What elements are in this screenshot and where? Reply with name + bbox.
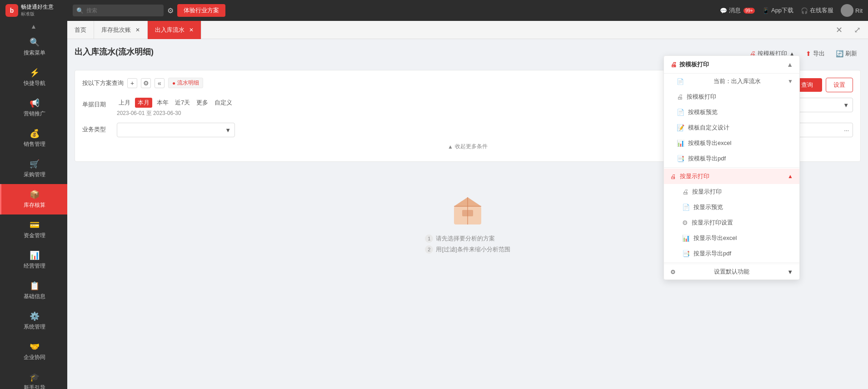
dp-display-item-label: 按显示预览 [693, 203, 723, 211]
dp-display-section-header[interactable]: 🖨 按显示打印 ▲ [664, 169, 799, 184]
print-dropdown-panel: 🖨 按模板打印 ▲ 📄 当前：出入库流水 ▼ 🖨按模板打印📄按模板预览📝模板自定… [663, 55, 800, 280]
date-filter-group: 上月本月本年近7天更多自定义 2023-06-01 至 2023-06-30 [117, 98, 234, 117]
finance-icon: 💳 [30, 220, 40, 230]
dp-display-item-按显示导出pdf[interactable]: 📑按显示导出pdf [664, 246, 799, 261]
sidebar-item-search[interactable]: 🔍搜索菜单 [0, 32, 67, 62]
dp-template-item-模板自定义设计[interactable]: 📝模板自定义设计 [664, 120, 799, 135]
filter-tag-label: 流水明细 [177, 79, 199, 87]
dp-item-label: 按模板导出excel [688, 139, 731, 147]
date-shortcut-本年[interactable]: 本年 [155, 98, 170, 108]
customer-service-label: 在线客服 [810, 6, 833, 15]
date-shortcut-上月[interactable]: 上月 [117, 98, 132, 108]
date-shortcut-本月[interactable]: 本月 [135, 98, 152, 108]
date-shortcuts: 上月本月本年近7天更多自定义 [117, 98, 234, 108]
biz-type-select[interactable]: ▼ [117, 123, 235, 137]
dp-display-item-按显示打印[interactable]: 🖨按显示打印 [664, 184, 799, 199]
dp-item-label: 按模板打印 [687, 93, 716, 101]
tab-close-batch-account[interactable]: ✕ [135, 27, 140, 33]
dp-item-label: 模板自定义设计 [688, 124, 729, 132]
customer-service-btn[interactable]: 🎧 在线客服 [801, 6, 833, 15]
sidebar-item-finance[interactable]: 💳资金管理 [0, 214, 67, 245]
dp-display-item-按显示预览[interactable]: 📄按显示预览 [664, 199, 799, 215]
dp-template-heading: 按模板打印 [679, 60, 709, 69]
dp-display-item-icon: 📑 [682, 250, 690, 257]
dp-display-item-icon: ⚙ [682, 219, 688, 226]
app-badge: 标准版 [21, 11, 54, 17]
sidebar-item-corp[interactable]: 🤝企业协同 [0, 336, 67, 367]
filter-tag-item[interactable]: ● 流水明细 [168, 78, 203, 88]
sidebar-scroll-up[interactable]: ▲ [0, 21, 67, 32]
user-name: Rit [855, 7, 863, 14]
sidebar-item-quick-nav[interactable]: ⚡快捷导航 [0, 62, 67, 93]
date-shortcut-自定义[interactable]: 自定义 [213, 98, 234, 108]
dp-template-item-按模板导出excel[interactable]: 📊按模板导出excel [664, 135, 799, 151]
top-search-bar[interactable]: 🔍 [73, 5, 164, 16]
purchase-icon: 🛒 [30, 159, 40, 169]
sidebar: ▲ 🔍搜索菜单⚡快捷导航📢营销推广💰销售管理🛒采购管理📦库存核算💳资金管理📊经营… [0, 21, 67, 389]
top-right-actions: 💬 消息 99+ 📱 App下载 🎧 在线客服 Rit [720, 4, 863, 17]
sidebar-label-search: 搜索菜单 [24, 49, 45, 57]
tab-expand[interactable]: ⤢ [850, 23, 864, 37]
message-icon: 💬 [720, 7, 727, 14]
dp-display-item-按显示导出excel[interactable]: 📊按显示导出excel [664, 230, 799, 246]
sidebar-label-marketing: 营销推广 [24, 110, 45, 118]
date-shortcut-更多[interactable]: 更多 [195, 98, 210, 108]
dp-header-arrow[interactable]: ▲ [787, 61, 793, 68]
dp-display-item-按显示打印设置[interactable]: ⚙按显示打印设置 [664, 215, 799, 230]
dp-display-items: 🖨按显示打印📄按显示预览⚙按显示打印设置📊按显示导出excel📑按显示导出pdf [664, 184, 799, 261]
tab-close-inout-flow[interactable]: ✕ [189, 27, 194, 33]
app-download-icon: 📱 [762, 7, 769, 14]
sidebar-item-basic[interactable]: 📋基础信息 [0, 275, 67, 306]
empty-tip-1: 1 请先选择要分析的方案 [425, 234, 510, 243]
filter-collapse-arrow-btn[interactable]: « [155, 78, 165, 88]
dp-footer-icon: ⚙ [670, 269, 676, 275]
biz-type-chevron-icon: ▼ [225, 127, 231, 134]
tab-bar: 首页库存批次账✕出入库流水✕ ✕ ⤢ [67, 21, 868, 39]
dp-display-item-icon: 📄 [682, 204, 690, 211]
date-shortcut-近7天[interactable]: 近7天 [173, 98, 192, 108]
dp-item-icon: 📝 [677, 124, 684, 131]
tab-close-all[interactable]: ✕ [832, 23, 846, 37]
dp-footer[interactable]: ⚙ 设置默认功能 ▼ [664, 264, 799, 279]
dp-template-item-按模板预览[interactable]: 📄按模板预览 [664, 105, 799, 120]
dp-current-item[interactable]: 📄 当前：出入库流水 ▼ [664, 74, 799, 89]
tab-inout-flow[interactable]: 出入库流水✕ [148, 21, 201, 39]
filter-add-plus-btn[interactable]: + [127, 78, 137, 88]
search-input[interactable] [86, 7, 150, 14]
topbar-gear-icon[interactable]: ⚙ [167, 6, 174, 15]
page-title: 出入库流水(流水明细) [75, 46, 154, 57]
dp-display-item-label: 按显示导出pdf [693, 249, 731, 258]
dp-template-item-按模板导出pdf[interactable]: 📑按模板导出pdf [664, 151, 799, 166]
app-name: 畅捷通好生意 [21, 4, 54, 11]
tab-batch-account[interactable]: 库存批次账✕ [94, 21, 148, 39]
sidebar-item-sales[interactable]: 💰销售管理 [0, 123, 67, 154]
export-btn[interactable]: ⬆ 导出 [802, 48, 828, 60]
dp-item-icon: 📊 [677, 140, 684, 147]
refresh-btn[interactable]: 🔄 刷新 [832, 48, 861, 60]
sidebar-item-inventory[interactable]: 📦库存核算 [0, 184, 67, 214]
dp-display-icon: 🖨 [670, 173, 676, 180]
sidebar-item-marketing[interactable]: 📢营销推广 [0, 93, 67, 123]
dp-footer-arrow: ▼ [787, 269, 793, 275]
tab-home[interactable]: 首页 [67, 21, 94, 39]
user-area[interactable]: Rit [841, 4, 863, 17]
setting-button[interactable]: 设置 [826, 78, 853, 92]
sidebar-item-purchase[interactable]: 🛒采购管理 [0, 154, 67, 184]
filter-settings-btn[interactable]: ⚙ [141, 78, 151, 88]
collapse-label: 收起更多条件 [455, 143, 488, 150]
content-area: 首页库存批次账✕出入库流水✕ ✕ ⤢ 出入库流水(流水明细) 🖨 按模板打印 ▲ [67, 21, 868, 389]
empty-icon [449, 193, 486, 229]
sidebar-item-operation[interactable]: 📊经营管理 [0, 245, 67, 275]
sidebar-item-system[interactable]: ⚙️系统管理 [0, 306, 67, 336]
dp-item-label: 按模板导出pdf [688, 155, 726, 163]
headset-icon: 🎧 [801, 7, 808, 14]
industry-btn[interactable]: 体验行业方案 [177, 4, 225, 17]
avatar [841, 4, 853, 17]
app-download-btn[interactable]: 📱 App下载 [762, 6, 793, 15]
refresh-label: 刷新 [845, 50, 857, 58]
dp-template-item-按模板打印[interactable]: 🖨按模板打印 [664, 89, 799, 105]
sidebar-label-sales: 销售管理 [24, 140, 45, 148]
sidebar-item-guide[interactable]: 🎓新手引导 [0, 367, 67, 389]
tab-actions: ✕ ⤢ [832, 23, 868, 37]
message-btn[interactable]: 💬 消息 99+ [720, 6, 755, 15]
